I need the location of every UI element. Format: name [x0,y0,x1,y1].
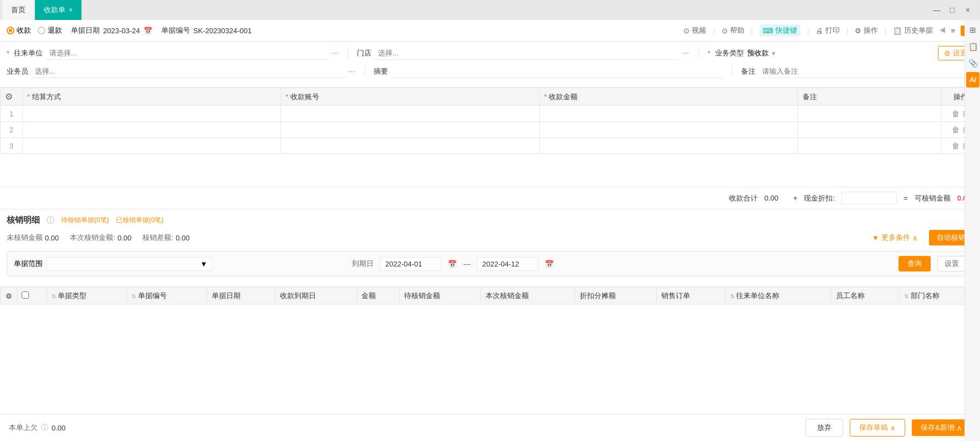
cell-note-2[interactable] [798,122,941,138]
date-label: 单据日期 [71,25,100,35]
th-due-date: 收款到期日 [275,288,357,305]
table-header-row: ⚙ * 结算方式 * 收款账号 * 收款金额 备注 [1,88,980,106]
sidebar-doc-icon[interactable]: 📋 [966,39,979,54]
counterpart-input[interactable] [46,47,328,60]
this-order-icon[interactable]: ⓘ [41,423,48,433]
calendar-icon[interactable]: 📅 [144,27,152,35]
diff-value: 0.00 [176,234,190,242]
history-action[interactable]: 📋 历史单据 [893,25,933,35]
sort-icon-4: ⇅ [904,293,908,299]
th-staff-lower-label: 员工名称 [836,291,865,300]
date-to-icon[interactable]: 📅 [545,260,554,268]
cell-account-1[interactable] [281,106,539,122]
required-star-col2: * [285,93,288,101]
staff-input[interactable] [32,65,345,78]
cell-settlement-1[interactable] [23,106,281,122]
help-action[interactable]: ⊙ 帮助 [722,25,744,35]
sidebar-clip-icon[interactable]: 📎 [966,55,979,71]
current-value: 0.00 [118,234,131,242]
lower-settings-button[interactable]: 设置 [937,256,966,271]
counterpart-more-icon[interactable]: ··· [331,48,339,58]
delete-icon-3[interactable]: 🗑 [952,141,959,150]
total-value: 0.00 [764,194,787,202]
bottom-info: 本单上欠 ⓘ 0.00 [9,423,65,433]
help-icon: ⊙ [722,27,728,35]
tab-home[interactable]: 首页 [2,0,35,20]
store-field: 门店 ··· [357,47,689,60]
radio-receive[interactable]: 收款 [7,25,31,35]
date-from-icon[interactable]: 📅 [448,260,457,268]
business-type-field: * 业务类型 预收款 ▼ [708,48,930,58]
this-order-label: 本单上欠 [9,423,38,433]
lower-table-container: ⚙ ⇅ 单据类型 ⇅ 单据编号 单据日期 [0,287,980,414]
sep4: | [846,27,848,35]
divider-4 [732,66,732,77]
sep5: | [885,27,886,35]
cell-account-3[interactable] [281,138,539,154]
delete-icon-2[interactable]: 🗑 [952,125,959,134]
store-input[interactable] [375,47,678,60]
save-draft-button[interactable]: 保存草稿 ∧ [850,419,905,437]
select-all-checkbox[interactable] [22,291,29,299]
cell-note-1[interactable] [798,106,941,122]
done-tab-link[interactable]: 已核销单据(0笔) [116,216,164,225]
date-to-input[interactable] [477,257,538,271]
th-bill-type: ⇅ 单据类型 [47,288,126,305]
divider-2 [698,48,699,59]
pending-tab-link[interactable]: 待核销单据(0笔) [61,216,109,225]
sidebar-table-icon[interactable]: ⊞ [966,22,979,38]
cell-note-3[interactable] [798,138,941,154]
store-more-icon[interactable]: ··· [682,48,689,58]
th-counterpart-lower: ⇅ 往来单位名称 [725,288,831,305]
discount-input[interactable] [841,192,897,204]
range-dropdown[interactable]: ▼ [46,257,212,271]
save-new-button[interactable]: 保存&新增 ∧ [912,419,971,436]
win-close-button[interactable]: × [962,4,973,16]
note-input[interactable] [759,65,974,78]
sidebar-scan-icon[interactable]: Ai [966,72,979,88]
th-discount: 折扣分摊额 [575,288,657,305]
discard-button[interactable]: 放弃 [805,419,843,437]
cell-settlement-2[interactable] [23,122,281,138]
shortcut-icon: ⌨ [763,27,773,35]
store-label: 门店 [357,48,371,58]
radio-refund[interactable]: 退款 [38,25,62,35]
delete-icon-1[interactable]: 🗑 [952,109,959,118]
number-label: 单据编号 [161,25,190,35]
cell-amount-1[interactable] [539,106,798,122]
summary-input[interactable] [391,65,722,78]
cell-amount-3[interactable] [539,138,798,154]
more-conditions-link[interactable]: ▼ 更多条件 ∧ [872,233,918,243]
win-maximize-button[interactable]: □ [947,4,958,16]
query-button[interactable]: 查询 [899,256,931,271]
radio-receive-label: 收款 [17,25,31,35]
list-view-toggle[interactable]: ≡ [947,25,958,36]
summary-row: 收款合计 0.00 + 现金折扣: = 可核销金额 0.00 [0,187,980,209]
cell-account-2[interactable] [281,122,539,138]
sort-icon-1: ⇅ [52,293,56,299]
date-from-input[interactable] [380,257,441,271]
staff-more-icon[interactable]: ··· [348,66,355,76]
shortcut-action[interactable]: ⌨ 快捷键 [759,24,800,37]
reconcile-title: 核销明细 [7,215,40,225]
table-row: 2 🗑 ⊞ [1,122,980,138]
discount-label: 现金折扣: [804,193,835,203]
video-action[interactable]: ⊙ 视频 [683,25,706,35]
th-sales-order: 销售订单 [657,288,726,305]
reconcile-info-icon[interactable]: ⓘ [47,216,54,225]
gear-lower-icon[interactable]: ⚙ [6,292,12,300]
operation-action[interactable]: ⚙ 操作 [855,25,878,35]
video-label: 视频 [692,25,706,35]
th-settings[interactable]: ⚙ [1,88,23,106]
tab-close-icon[interactable]: × [69,6,73,14]
th-checkbox-col[interactable] [17,288,47,305]
th-checkbox[interactable]: ⚙ [1,288,17,305]
prev-view-icon[interactable]: ◀ [940,25,945,36]
tab-active-receipt[interactable]: 收款单 × [35,0,81,20]
win-minimize-button[interactable]: — [931,4,942,16]
cell-amount-2[interactable] [539,122,798,138]
table-gear-icon[interactable]: ⚙ [5,92,13,101]
print-action[interactable]: 🖨 打印 [816,25,840,35]
business-type-select[interactable]: 预收款 ▼ [747,48,777,58]
cell-settlement-3[interactable] [23,138,281,154]
